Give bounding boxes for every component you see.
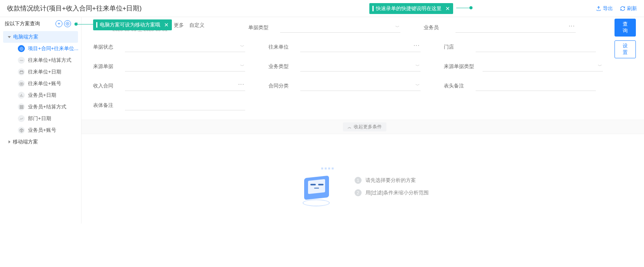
- filter-field: 表头备注: [444, 81, 596, 91]
- export-label: 导出: [603, 5, 613, 12]
- filter-field: 单据状态﹀: [93, 42, 245, 52]
- empty-illustration: [300, 165, 343, 208]
- filter-row: 来源单据﹀业务类型﹀来源单据类型﹀: [93, 61, 603, 72]
- sidebar-item-0[interactable]: 项目+合同+往来单位...: [0, 43, 81, 54]
- filter-more-link[interactable]: 更多: [174, 22, 184, 29]
- empty-step-text: 用[过滤]条件来缩小分析范围: [365, 189, 429, 196]
- filter-field: 合同分类﹀: [268, 81, 421, 91]
- svg-rect-9: [22, 107, 23, 108]
- header-actions: 导出 刷新: [596, 5, 637, 12]
- chevron-down-icon: ﹀: [240, 63, 244, 69]
- export-icon: [596, 6, 601, 11]
- filter-field: 往来单位···: [268, 42, 421, 52]
- sidebar-item-label: 往来单位+结算方式: [28, 57, 71, 64]
- filter-input[interactable]: ···: [300, 42, 421, 52]
- svg-rect-4: [20, 83, 23, 85]
- filter-input[interactable]: ﹀: [483, 61, 603, 72]
- empty-step-1: 1 请先选择要分析的方案: [355, 177, 429, 184]
- sidebar-item-2[interactable]: 往来单位+日期: [0, 66, 81, 78]
- filter-input[interactable]: ﹀: [300, 81, 421, 91]
- filter-label: 门店: [444, 44, 472, 52]
- filter-extra-links: 更多 自定义: [174, 22, 204, 29]
- filter-input[interactable]: [125, 100, 245, 110]
- sidebar-item-label: 往来单位+账号: [28, 80, 61, 87]
- refresh-button[interactable]: 刷新: [620, 5, 637, 12]
- sidebar-item-3[interactable]: 往来单位+账号: [0, 78, 81, 89]
- sidebar-item-4[interactable]: 业务员+日期: [0, 89, 81, 101]
- chevron-down-icon: ﹀: [415, 63, 420, 69]
- collapse-label: 收起更多条件: [354, 124, 382, 130]
- sidebar-title: 按以下方案查询: [5, 20, 40, 27]
- sidebar-item-label: 业务员+账号: [28, 127, 56, 134]
- tree-group-mobile[interactable]: 移动端方案: [0, 136, 81, 148]
- sidebar-item-5[interactable]: 业务员+结算方式: [0, 101, 81, 113]
- filter-buttons: 查询 设置: [615, 17, 644, 120]
- scheme-icon: [18, 57, 25, 64]
- filter-input[interactable]: ﹀: [125, 42, 245, 52]
- settings-button[interactable]: 设置: [615, 40, 636, 58]
- filter-input[interactable]: [476, 42, 596, 52]
- query-button[interactable]: 查询: [615, 19, 636, 37]
- sidebar-item-label: 业务员+结算方式: [28, 103, 66, 110]
- filter-row: 表体备注: [93, 100, 603, 110]
- svg-rect-3: [20, 71, 23, 73]
- page-body: 按以下方案查询 + 电脑方案可设为移动方案哦 ✕ 电脑端方案 项目+合同+往来单…: [0, 17, 644, 223]
- filter-input[interactable]: ···: [125, 81, 245, 91]
- sidebar-item-6[interactable]: 部门+日期: [0, 113, 81, 124]
- chevron-down-icon: ﹀: [240, 44, 244, 49]
- filter-label: 表头备注: [444, 82, 472, 91]
- filter-label: 来源单据: [93, 63, 121, 72]
- empty-state: 1 请先选择要分析的方案 2 用[过滤]条件来缩小分析范围: [81, 134, 644, 223]
- filter-custom-link[interactable]: 自定义: [189, 22, 204, 29]
- sidebar-item-1[interactable]: 往来单位+结算方式: [0, 54, 81, 66]
- filter-input[interactable]: ···: [455, 23, 576, 33]
- filter-input[interactable]: [476, 81, 596, 91]
- svg-point-0: [67, 23, 68, 24]
- lookup-icon[interactable]: ···: [414, 42, 420, 49]
- tree-group-desktop[interactable]: 电脑端方案: [3, 31, 78, 43]
- filter-field: 表体备注: [93, 100, 245, 110]
- filter-input[interactable]: ﹀: [125, 61, 245, 72]
- tip-dot-icon: [74, 23, 78, 26]
- add-scheme-button[interactable]: +: [55, 20, 62, 27]
- filter-field: 来源单据类型﹀: [444, 61, 603, 72]
- filter-label: 业务员: [424, 24, 452, 33]
- empty-steps: 1 请先选择要分析的方案 2 用[过滤]条件来缩小分析范围: [355, 177, 429, 196]
- scheme-icon: [18, 92, 25, 99]
- chevron-up-icon: ︽: [348, 124, 351, 130]
- main-area: 更多 自定义 2023-03-01 至 2023-03-31 单据类型﹀业务员·…: [81, 17, 644, 223]
- tip-mobile-close-icon[interactable]: ✕: [164, 22, 169, 28]
- chevron-down-icon: ﹀: [598, 63, 602, 69]
- sidebar-item-label: 往来单位+日期: [28, 68, 61, 75]
- tip-accent-bar: [96, 22, 97, 28]
- svg-point-5: [21, 83, 22, 84]
- filter-field: 门店: [444, 42, 596, 52]
- tip-shortcut-close-icon[interactable]: ✕: [445, 6, 450, 11]
- filters-wrap: 更多 自定义 2023-03-01 至 2023-03-31 单据类型﹀业务员·…: [81, 17, 644, 120]
- svg-rect-7: [22, 105, 23, 106]
- tip-connector: [456, 8, 470, 8]
- filter-label: 合同分类: [268, 82, 296, 91]
- filter-label: 收入合同: [93, 82, 121, 91]
- empty-step-text: 请先选择要分析的方案: [365, 177, 416, 184]
- filter-input[interactable]: ﹀: [300, 61, 421, 72]
- svg-point-1: [20, 47, 23, 50]
- filter-field: 业务员···: [424, 23, 576, 33]
- tree-items: 项目+合同+往来单位...往来单位+结算方式往来单位+日期往来单位+账号业务员+…: [0, 43, 81, 136]
- lookup-icon[interactable]: ···: [569, 23, 575, 30]
- lookup-icon[interactable]: ···: [238, 81, 244, 88]
- chevron-down-icon: ﹀: [395, 24, 400, 30]
- gear-icon: [66, 22, 69, 26]
- refresh-icon: [620, 6, 625, 11]
- sidebar-item-7[interactable]: 业务员+账号: [0, 124, 81, 136]
- scheme-settings-button[interactable]: [64, 20, 71, 27]
- tip-shortcut-text: 快速录单的快捷键说明在这里: [376, 5, 441, 12]
- scheme-icon: [18, 80, 25, 87]
- collapse-filters-button[interactable]: ︽ 收起更多条件: [343, 122, 386, 131]
- chevron-down-icon: [8, 36, 11, 38]
- export-button[interactable]: 导出: [596, 5, 613, 12]
- sidebar: 按以下方案查询 + 电脑方案可设为移动方案哦 ✕ 电脑端方案 项目+合同+往来单…: [0, 17, 81, 223]
- filter-row: 收入合同···合同分类﹀表头备注: [93, 81, 603, 91]
- filter-field: 来源单据﹀: [93, 61, 245, 72]
- filter-input[interactable]: ﹀: [280, 23, 400, 33]
